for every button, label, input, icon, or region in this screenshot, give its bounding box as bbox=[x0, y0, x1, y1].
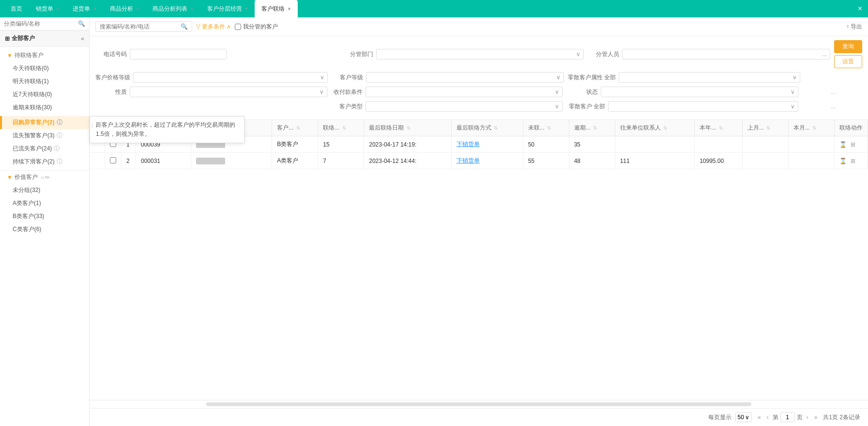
my-customers-checkbox[interactable] bbox=[235, 24, 241, 30]
info-icon-decline[interactable]: ⓘ bbox=[57, 158, 62, 166]
unclassified-group[interactable]: 未分组(32) bbox=[0, 184, 89, 197]
payment-select[interactable]: ∨ bbox=[365, 87, 563, 97]
action-icon-1[interactable]: ⌛ bbox=[839, 141, 847, 148]
repurchase-abnormal-item[interactable]: 回购异常客户(2) ⓘ bbox=[0, 116, 89, 129]
today-pending[interactable]: 今天待联络(0) bbox=[0, 62, 89, 75]
loss-warning[interactable]: 流失预警客户(3) ⓘ bbox=[0, 129, 89, 142]
nav-purchase-order[interactable]: 进货单 × bbox=[66, 0, 103, 17]
last-contact-date-col[interactable]: 最后联络日期 ⇅ bbox=[364, 120, 452, 136]
collapse-button[interactable]: « bbox=[81, 35, 84, 42]
manager-field: 分管人员 ... bbox=[588, 49, 830, 59]
more-filter-dots[interactable]: ... bbox=[804, 88, 862, 95]
query-button[interactable]: 查询 bbox=[834, 40, 862, 53]
row-last-contact-date: 2023-04-17 14:19: bbox=[364, 136, 452, 153]
week-pending[interactable]: 近7天待联络(0) bbox=[0, 88, 89, 101]
sort-icon-overdue: ⇅ bbox=[593, 125, 597, 131]
window-close-button[interactable]: × bbox=[858, 4, 862, 13]
last-page-button[interactable]: » bbox=[812, 413, 820, 422]
close-customer-contact[interactable]: × bbox=[288, 6, 290, 12]
contact-method-link[interactable]: 下销货单 bbox=[457, 157, 480, 164]
more-filter-dots2[interactable]: ... bbox=[804, 103, 862, 110]
close-product-analysis[interactable]: × bbox=[136, 6, 139, 12]
action-icon-2[interactable]: ⊞ bbox=[851, 158, 855, 164]
nav-home[interactable]: 首页 bbox=[4, 0, 29, 17]
nature-select[interactable]: ∨ bbox=[130, 87, 327, 97]
row-checkbox[interactable] bbox=[105, 153, 122, 169]
scattered-customer-select[interactable]: ∨ bbox=[608, 101, 798, 112]
row-select-checkbox[interactable] bbox=[110, 157, 116, 163]
customer-level-select[interactable]: ∨ bbox=[366, 72, 564, 83]
contact-method-link[interactable]: 下销货单 bbox=[457, 141, 480, 147]
last-month-col[interactable]: 上月... ⇅ bbox=[742, 120, 788, 136]
phone-input[interactable] bbox=[130, 49, 227, 59]
contact-col[interactable]: 联络... ⇅ bbox=[318, 120, 364, 136]
value-customer-group-title[interactable]: ▼ 价值客户 ○ ✏ bbox=[0, 170, 89, 184]
next-page-button[interactable]: › bbox=[805, 413, 810, 422]
close-product-analysis-list[interactable]: × bbox=[190, 6, 193, 12]
table-container: ⚙ 客户编码 ⇅ 客户名称 ⇅ bbox=[90, 120, 868, 400]
nav-sales-order[interactable]: 销货单 × bbox=[29, 0, 66, 17]
row-last-contact-method[interactable]: 下销货单 bbox=[451, 136, 523, 153]
close-customer-tier[interactable]: × bbox=[245, 6, 248, 12]
nature-field: 性质 ∨ bbox=[95, 87, 327, 97]
horizontal-scrollbar[interactable] bbox=[206, 402, 751, 406]
search-icon[interactable]: 🔍 bbox=[181, 23, 188, 30]
search-input[interactable] bbox=[100, 23, 181, 30]
nav-customer-contact[interactable]: 客户联络 × bbox=[255, 0, 297, 17]
edit-icon[interactable]: ○ bbox=[41, 174, 44, 181]
info-icon-lost[interactable]: ⓘ bbox=[54, 145, 60, 153]
sidebar-search-icon[interactable]: 🔍 bbox=[78, 20, 85, 27]
info-icon-loss[interactable]: ⓘ bbox=[57, 132, 62, 140]
chevron-down-icon6: ∨ bbox=[555, 88, 559, 95]
overdue-col[interactable]: 逾期... ⇅ bbox=[569, 120, 615, 136]
close-sales-order[interactable]: × bbox=[56, 6, 59, 12]
export-button[interactable]: ↑ 导出 bbox=[846, 23, 862, 31]
uncontacted-col[interactable]: 未联... ⇅ bbox=[523, 120, 569, 136]
row-last-contact-method[interactable]: 下销货单 bbox=[451, 153, 523, 169]
first-page-button[interactable]: « bbox=[756, 413, 763, 422]
this-month-col[interactable]: 本月... ⇅ bbox=[788, 120, 834, 136]
settings-button[interactable]: 设置 bbox=[834, 55, 862, 68]
this-year-col[interactable]: 本年... ⇅ bbox=[695, 120, 743, 136]
nav-product-analysis[interactable]: 商品分析 × bbox=[103, 0, 146, 17]
action-icon-2[interactable]: ⊞ bbox=[851, 141, 855, 148]
scrollbar-area bbox=[90, 400, 868, 408]
scattered-attr-select[interactable]: ∨ bbox=[619, 72, 800, 83]
unit-contact-col[interactable]: 往来单位联系人 ⇅ bbox=[615, 120, 694, 136]
class-b-customers[interactable]: B类客户(33) bbox=[0, 210, 89, 223]
sort-icon-uncontacted: ⇅ bbox=[547, 125, 551, 131]
price-level-select[interactable]: ∨ bbox=[133, 72, 328, 83]
edit-icon2[interactable]: ✏ bbox=[45, 174, 50, 181]
row-actions: ⌛ ⊞ bbox=[835, 153, 868, 169]
pending-contact-title[interactable]: ▼ 待联络客户 bbox=[0, 49, 89, 62]
more-conditions-button[interactable]: ▽ 更多条件 ∧ bbox=[196, 23, 231, 31]
close-purchase-order[interactable]: × bbox=[93, 6, 96, 12]
overdue-not-contacted[interactable]: 逾期未联络(30) bbox=[0, 101, 89, 114]
class-a-customers[interactable]: A类客户(1) bbox=[0, 197, 89, 210]
chevron-up-icon: ∧ bbox=[227, 23, 231, 30]
already-lost[interactable]: 已流失客户(24) ⓘ bbox=[0, 142, 89, 155]
tomorrow-pending[interactable]: 明天待联络(1) bbox=[0, 75, 89, 88]
level-col[interactable]: 客户... ⇅ bbox=[272, 120, 318, 136]
customer-type-select[interactable]: ∨ bbox=[365, 101, 563, 112]
department-select[interactable]: ∨ bbox=[376, 49, 584, 59]
row-name bbox=[191, 153, 272, 169]
nav-product-analysis-list[interactable]: 商品分析列表 × bbox=[146, 0, 200, 17]
nav-customer-tier[interactable]: 客户分层经营 × bbox=[200, 0, 255, 17]
scattered-customer-field: 零散客户 全部 ∨ bbox=[566, 101, 798, 112]
action-icon-1[interactable]: ⌛ bbox=[839, 158, 847, 164]
page-number-input[interactable] bbox=[780, 412, 795, 422]
sort-icon-date: ⇅ bbox=[407, 125, 411, 131]
per-page-select[interactable]: 50 ∨ bbox=[735, 412, 752, 422]
status-select[interactable]: ∨ bbox=[601, 87, 798, 97]
row-actions: ⌛ ⊞ bbox=[835, 136, 868, 153]
manager-select[interactable]: ... bbox=[622, 49, 830, 59]
sidebar-search-input[interactable] bbox=[4, 20, 78, 27]
class-c-customers[interactable]: C类客户(6) bbox=[0, 223, 89, 236]
continuous-decline[interactable]: 持续下滑客户(2) ⓘ bbox=[0, 155, 89, 168]
last-contact-method-col[interactable]: 最后联络方式 ⇅ bbox=[451, 120, 523, 136]
top-navigation: 首页 销货单 × 进货单 × 商品分析 × 商品分析列表 × 客户分层经营 × … bbox=[0, 0, 868, 17]
prev-page-button[interactable]: ‹ bbox=[765, 413, 771, 422]
info-icon[interactable]: ⓘ bbox=[57, 118, 62, 127]
row-level: A类客户 bbox=[272, 153, 318, 169]
